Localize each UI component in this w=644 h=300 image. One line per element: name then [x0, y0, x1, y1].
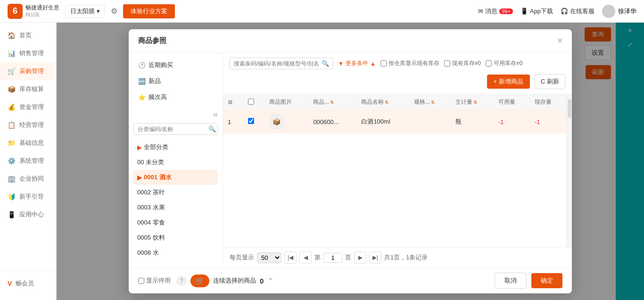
cancel-button[interactable]: 取消 — [495, 273, 527, 289]
avatar — [602, 5, 615, 18]
app-icon: 📱 — [8, 211, 16, 218]
sidebar-item-enterprise[interactable]: 🏢 企业协同 — [0, 170, 56, 188]
sidebar-item-vip[interactable]: V 畅会员 — [0, 275, 56, 292]
cat-item-0005[interactable]: 0005 饮料 — [133, 230, 218, 245]
more-filter-button[interactable]: ▼ 更多条件 ▲ — [338, 59, 376, 67]
td-code: 000600... — [308, 110, 356, 133]
new-products-tab[interactable]: 🆕 新品 — [133, 74, 218, 89]
sidebar-item-operations[interactable]: 📋 经营管理 — [0, 116, 56, 134]
td-spec — [409, 110, 451, 133]
sort-icon-name: ⇅ — [385, 100, 388, 105]
per-page-select[interactable]: 50 10 20 100 — [257, 252, 281, 263]
sidebar-item-guide[interactable]: 🔰 新手引导 — [0, 188, 56, 206]
collapse-left-panel-button[interactable]: « — [213, 109, 218, 119]
cat-item-unclassified[interactable]: 00 未分类 — [133, 155, 218, 170]
new-icon: 🆕 — [138, 78, 146, 85]
th-name[interactable]: 商品名称⇅ — [356, 94, 409, 110]
page-number-input[interactable] — [323, 253, 342, 263]
sidebar-item-home[interactable]: 🏠 首页 — [0, 26, 56, 44]
search-icon: 🔍 — [322, 60, 329, 67]
settings-button[interactable]: ⚙ — [111, 7, 117, 16]
next-page-button[interactable]: ▶ — [354, 251, 366, 264]
left-panel: 🕐 近期购买 🆕 新品 ⭐ 频次高 — [129, 53, 223, 267]
sidebar-item-appstore[interactable]: 📱 应用中心 — [0, 206, 56, 224]
logo-text: 畅捷通好生意 — [25, 4, 59, 12]
product-table: ⚙ 商品图片 商品...⇅ 商品名称⇅ 规格...⇅ 主计量⇅ 可用量 — [223, 94, 566, 133]
product-thumbnail: 📦 — [269, 114, 284, 129]
clock-icon: 🕐 — [138, 62, 146, 69]
category-list: ▶ 全部分类 00 未分类 ▶ 0001 酒水 0002 茶 — [129, 140, 223, 263]
dialog-overlay: 商品参照 × 🕐 近期购买 🆕 — [57, 23, 644, 300]
cat-item-0002[interactable]: 0002 茶叶 — [133, 185, 218, 200]
cat-item-0001[interactable]: ▶ 0001 酒水 — [133, 170, 218, 185]
company-selector[interactable]: 日太阳膜 ▾ — [65, 5, 105, 18]
system-icon: ⚙️ — [8, 157, 16, 165]
trial-button[interactable]: 体验行业方案 — [123, 4, 175, 18]
help-button[interactable]: ? — [176, 275, 187, 286]
warehouse-check-label: 按仓库显示现有库存 — [380, 59, 439, 67]
pagination-bar: 每页显示 50 10 20 100 |◀ ◀ 第 页 — [223, 247, 572, 267]
user-avatar-area[interactable]: 徐泽华 — [602, 5, 636, 18]
logo-area: 6 畅捷通好生意 精品版 — [8, 4, 59, 19]
cat-item-all[interactable]: ▶ 全部分类 — [133, 140, 218, 155]
refresh-button[interactable]: C 刷新 — [535, 74, 565, 89]
cat-item-0008[interactable]: 0008 水 — [133, 245, 218, 260]
confirm-button[interactable]: 确定 — [531, 273, 562, 288]
frequent-tab[interactable]: ⭐ 频次高 — [133, 90, 218, 105]
th-code[interactable]: 商品...⇅ — [308, 94, 356, 110]
show-disabled-label: 显示停用 — [138, 276, 171, 285]
th-available: 可用量 — [494, 94, 530, 110]
table-row[interactable]: 1 📦 000600... 白酒100ml — [223, 110, 566, 133]
app-download-nav[interactable]: 📱 App下载 — [520, 7, 553, 16]
page-total-info: 共1页，1条记录 — [384, 253, 428, 262]
th-unit[interactable]: 主计量⇅ — [451, 94, 494, 110]
prev-page-button[interactable]: ◀ — [299, 251, 312, 264]
sidebar-item-inventory[interactable]: 📦 库存核算 — [0, 80, 56, 98]
sidebar-item-finance[interactable]: 💰 资金管理 — [0, 98, 56, 116]
show-disabled-check[interactable] — [138, 278, 144, 284]
main-content: ✕ ⤢ 查询 设置 刷新 商品参照 × — [57, 23, 644, 300]
scrollbar[interactable] — [566, 94, 572, 247]
product-search-input[interactable] — [234, 60, 319, 67]
current-stock-check-label: 现有库存≠0 — [444, 59, 481, 67]
cat-item-0003[interactable]: 0003 水果 — [133, 200, 218, 215]
message-icon: ✉ — [478, 8, 483, 15]
last-page-button[interactable]: ▶| — [369, 251, 381, 264]
current-stock-check[interactable] — [444, 60, 450, 67]
footer-collapse-button[interactable]: ⌃ — [267, 276, 273, 285]
dialog-close-button[interactable]: × — [557, 36, 562, 46]
sort-icon-spec: ⇅ — [431, 100, 435, 105]
messages-nav[interactable]: ✉ 消息 99+ — [478, 7, 513, 16]
td-image: 📦 — [264, 110, 308, 133]
cat-item-0004[interactable]: 0004 零食 — [133, 215, 218, 230]
cat-item-0010[interactable]: 0010 家电 — [133, 260, 218, 263]
sidebar-item-sales[interactable]: 📊 销售管理 — [0, 44, 56, 62]
td-unit: 瓶 — [451, 110, 494, 133]
add-product-button[interactable]: + 新增商品 — [487, 75, 530, 89]
th-spec[interactable]: 规格...⇅ — [409, 94, 451, 110]
sidebar-item-basic-info[interactable]: 📁 基础信息 — [0, 134, 56, 152]
sort-icon-unit: ⇅ — [473, 100, 477, 105]
info-icon: 📁 — [8, 139, 16, 147]
available-check[interactable] — [486, 60, 492, 67]
home-icon: 🏠 — [8, 32, 16, 39]
category-search-input[interactable] — [138, 126, 208, 133]
selected-count: 0 — [260, 277, 264, 285]
row-check[interactable] — [248, 118, 254, 124]
operations-icon: 📋 — [8, 121, 16, 129]
customer-service-nav[interactable]: 🎧 在线客服 — [561, 7, 594, 16]
phone-icon: 📱 — [520, 8, 528, 15]
dialog-body: 🕐 近期购买 🆕 新品 ⭐ 频次高 — [129, 53, 572, 267]
expand-icon: ▶ — [137, 144, 142, 151]
sidebar-item-purchase[interactable]: 🛒 采购管理 — [0, 62, 56, 80]
select-all-check[interactable] — [248, 99, 254, 105]
recent-purchases-tab[interactable]: 🕐 近期购买 — [133, 58, 218, 73]
sidebar-item-system[interactable]: ⚙️ 系统管理 — [0, 152, 56, 170]
cart-area[interactable]: 🛒 — [190, 275, 209, 287]
first-page-button[interactable]: |◀ — [284, 251, 297, 264]
product-reference-dialog: 商品参照 × 🕐 近期购买 🆕 — [129, 29, 572, 293]
warehouse-check[interactable] — [380, 60, 387, 67]
search-icon: 🔍 — [208, 125, 216, 133]
enterprise-icon: 🏢 — [8, 175, 16, 183]
sort-icon-code: ⇅ — [330, 100, 334, 105]
